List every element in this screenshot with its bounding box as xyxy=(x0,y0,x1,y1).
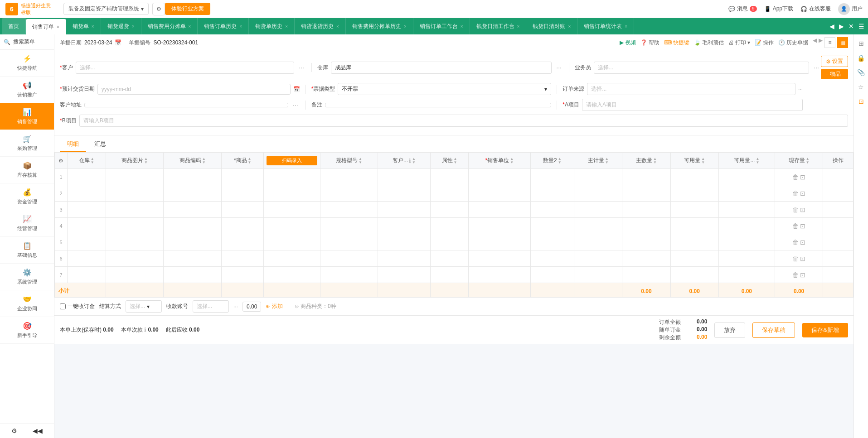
settings-button[interactable]: ⚙ xyxy=(152,3,165,15)
rt-expand-btn[interactable]: ⊞ xyxy=(856,38,867,49)
sidebar-collapse-icon[interactable]: ◀◀ xyxy=(33,427,43,434)
a-project-input[interactable]: 请输入A项目 xyxy=(582,99,803,111)
sidebar-item-system[interactable]: ⚙️ 系统管理 xyxy=(0,264,54,290)
copy-icon[interactable]: ⊡ xyxy=(800,222,805,230)
th-settings[interactable]: ⚙ xyxy=(55,153,68,169)
form-view-btn[interactable]: ▦ xyxy=(837,37,848,48)
sidebar-settings-icon[interactable]: ⚙ xyxy=(11,427,17,434)
delete-icon[interactable]: 🗑 xyxy=(792,206,799,213)
close-icon[interactable]: × xyxy=(517,24,520,29)
copy-icon[interactable]: ⊡ xyxy=(800,190,805,197)
add-payment-btn[interactable]: ⊕ 添加 xyxy=(266,303,282,310)
salesperson-more-btn[interactable]: ··· xyxy=(812,64,821,71)
help-action[interactable]: ❓ 帮助 xyxy=(640,39,659,47)
tab-daily-workbench[interactable]: 钱货日清工作台 × xyxy=(470,18,527,34)
customer-more-btn[interactable]: ··· xyxy=(297,64,306,71)
tab-sales-return[interactable]: 销货退货 × xyxy=(101,18,141,34)
invoice-select[interactable]: 不开票 ▾ xyxy=(338,83,551,95)
shortcut-action[interactable]: ⌨ 快捷键 xyxy=(664,39,689,47)
tab-summary[interactable]: 汇总 xyxy=(87,137,113,152)
operation-action[interactable]: 📝 操作 xyxy=(755,39,774,47)
one-click-checkbox-input[interactable] xyxy=(60,303,66,309)
tab-menu[interactable]: ☰ xyxy=(857,21,866,32)
prev-record[interactable]: ◀ xyxy=(813,37,817,48)
payment-amount[interactable]: 0.00 xyxy=(242,302,261,312)
note-input[interactable] xyxy=(325,103,552,107)
sidebar-item-inventory[interactable]: 📦 库存核算 xyxy=(0,157,54,183)
close-icon[interactable]: × xyxy=(189,24,191,29)
salesperson-input[interactable]: 选择... xyxy=(594,62,809,74)
delete-icon[interactable]: 🗑 xyxy=(792,239,799,246)
tab-next-arrow[interactable]: ▶ xyxy=(837,21,846,32)
tab-workbench[interactable]: 销售订单工作台 × xyxy=(413,18,470,34)
sidebar-item-guide[interactable]: 🎯 新手引导 xyxy=(0,317,54,344)
account-more-btn[interactable]: ··· xyxy=(233,303,238,310)
tab-sales-order[interactable]: 销售订单 × xyxy=(26,19,66,34)
save-draft-button[interactable]: 保存草稿 xyxy=(752,322,795,338)
next-record[interactable]: ▶ xyxy=(819,37,823,48)
sidebar-item-marketing[interactable]: 📢 营销推广 xyxy=(0,77,54,103)
b-project-input[interactable]: 请输入B项目 xyxy=(79,115,848,127)
tab-sales-invoice[interactable]: 销货单 × xyxy=(66,18,101,34)
order-source-more-btn[interactable]: ··· xyxy=(798,86,803,92)
account-select[interactable]: 选择... xyxy=(193,300,229,313)
one-click-checkbox[interactable]: 一键收订金 xyxy=(60,303,95,310)
history-action[interactable]: 🕐 历史单据 xyxy=(778,39,808,47)
tab-expense-history[interactable]: 销售费用分摊单历史 × xyxy=(346,18,413,34)
tab-prev-arrow[interactable]: ◀ xyxy=(828,21,836,32)
copy-icon[interactable]: ⊡ xyxy=(800,239,805,246)
copy-icon[interactable]: ⊡ xyxy=(800,173,805,181)
sidebar-item-quicknav[interactable]: ⚡ 快捷导航 xyxy=(0,50,54,77)
rt-star-btn[interactable]: ☆ xyxy=(856,82,867,92)
sidebar-item-operation[interactable]: 📈 经营管理 xyxy=(0,210,54,237)
copy-icon[interactable]: ⊡ xyxy=(800,206,805,213)
sidebar-item-purchase[interactable]: 🛒 采购管理 xyxy=(0,130,54,157)
payment-select[interactable]: 选择... ▾ xyxy=(126,300,162,313)
close-icon[interactable]: × xyxy=(404,24,407,29)
setup-button[interactable]: ⚙ 设置 xyxy=(821,56,848,67)
close-icon[interactable]: × xyxy=(461,24,463,29)
tab-invoice-history[interactable]: 销货单历史 × xyxy=(249,18,295,34)
delete-icon[interactable]: 🗑 xyxy=(792,173,799,181)
user-menu[interactable]: 👤 用户 xyxy=(838,3,863,15)
sidebar-item-finance[interactable]: 💰 资金管理 xyxy=(0,183,54,210)
save-new-button[interactable]: 保存&新增 xyxy=(802,323,848,337)
close-icon[interactable]: × xyxy=(625,24,627,29)
delete-icon[interactable]: 🗑 xyxy=(792,222,799,230)
sidebar-item-search[interactable]: 🔍 搜索菜单 xyxy=(0,34,54,50)
tab-return-history[interactable]: 销货退货历史 × xyxy=(295,18,346,34)
copy-icon[interactable]: ⊡ xyxy=(800,271,805,279)
close-icon[interactable]: × xyxy=(336,24,339,29)
tab-detail[interactable]: 明细 xyxy=(60,137,86,152)
address-more-btn[interactable]: ··· xyxy=(291,101,300,109)
profit-action[interactable]: 🍃 毛利预估 xyxy=(694,39,724,47)
sidebar-item-collab[interactable]: 🤝 企业协同 xyxy=(0,290,54,317)
rt-scan-btn[interactable]: ⊡ xyxy=(856,96,867,107)
tab-close-all[interactable]: ✕ xyxy=(847,21,856,32)
discard-button[interactable]: 放弃 xyxy=(714,322,745,338)
delivery-input[interactable]: yyyy-mm-dd xyxy=(97,84,291,95)
warehouse-more-btn[interactable]: ··· xyxy=(554,64,563,71)
industry-btn[interactable]: 体验行业方案 xyxy=(165,3,210,15)
delete-icon[interactable]: 🗑 xyxy=(792,255,799,262)
online-service-btn[interactable]: 🎧 在线客服 xyxy=(800,5,831,13)
calendar-icon[interactable]: 📅 xyxy=(115,39,121,46)
rt-lock-btn[interactable]: 🔒 xyxy=(856,53,867,63)
tab-home[interactable]: 首页 xyxy=(2,18,26,34)
tab-sales-expense[interactable]: 销售费用分摊单 × xyxy=(141,18,198,34)
customer-input[interactable]: 选择... xyxy=(76,62,295,74)
calendar-icon[interactable]: 📅 xyxy=(293,86,300,92)
add-goods-button[interactable]: + 物品 xyxy=(821,69,848,79)
rt-note-btn[interactable]: 📎 xyxy=(856,67,867,78)
sidebar-item-sales[interactable]: 📊 销售管理 xyxy=(0,103,54,130)
tab-order-history[interactable]: 销售订单历史 × xyxy=(198,18,249,34)
order-source-input[interactable]: 选择... xyxy=(587,83,795,95)
delete-icon[interactable]: 🗑 xyxy=(792,190,799,197)
close-icon[interactable]: × xyxy=(285,24,288,29)
address-input[interactable] xyxy=(84,103,288,107)
print-action[interactable]: 🖨 打印 ▾ xyxy=(728,39,750,47)
view-action[interactable]: ▶ 视频 xyxy=(620,39,636,47)
close-icon[interactable]: × xyxy=(92,24,94,29)
delete-icon[interactable]: 🗑 xyxy=(792,271,799,279)
close-icon[interactable]: × xyxy=(132,24,135,29)
